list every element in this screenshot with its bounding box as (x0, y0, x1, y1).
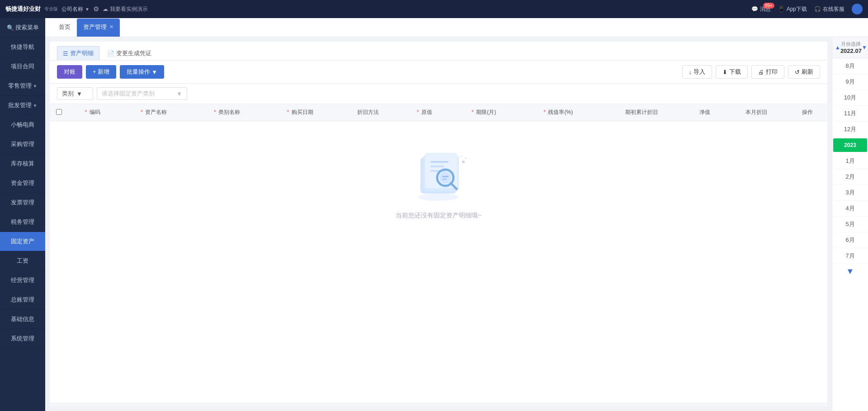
th-depreciation-method: 折旧方法 (337, 104, 400, 121)
svg-point-13 (465, 157, 467, 159)
user-avatar[interactable] (852, 4, 863, 14)
month-item-3-2023[interactable]: 3月 (832, 185, 868, 201)
import-button[interactable]: ↓ 导入 (682, 65, 712, 79)
sidebar-item-ecommerce[interactable]: 小畅电商 (0, 115, 45, 135)
th-monthly-depreciation-label: 本月折旧 (745, 109, 767, 115)
month-item-12[interactable]: 12月 (832, 122, 868, 137)
tab-home[interactable]: 首页 (52, 19, 77, 37)
sub-tab-asset-detail-label: 资产明细 (70, 49, 94, 57)
asset-table: * 编码 * 资产名称 * 类别名称 (50, 104, 827, 121)
month-panel-up-icon[interactable]: ▲ (835, 44, 840, 51)
chevron-down-icon: ▼ (176, 90, 182, 97)
month-item-9[interactable]: 9月 (832, 74, 868, 90)
sidebar-item-management[interactable]: 经营管理 (0, 271, 45, 290)
th-residual-rate: * 残值率(%) (519, 104, 598, 121)
th-accumulated-depreciation: 期初累计折旧 (598, 104, 685, 121)
online-service-button[interactable]: 🎧 在线客服 (814, 5, 844, 13)
sidebar-item-label: 税务管理 (11, 218, 34, 226)
tab-close-icon[interactable]: ✕ (109, 24, 113, 30)
category-label: 类别 (62, 90, 74, 98)
sidebar-item-inventory[interactable]: 库存核算 (0, 154, 45, 174)
th-residual-rate-label: 残值率(%) (548, 109, 573, 115)
sidebar-item-basic-info[interactable]: 基础信息 (0, 310, 45, 329)
chevron-down-circle-icon[interactable]: ▼ (846, 267, 854, 276)
table-wrapper[interactable]: * 编码 * 资产名称 * 类别名称 (50, 104, 827, 403)
toolbar: 对账 + 新增 批量操作 ▼ ↓ 导入 (50, 61, 827, 84)
sidebar-item-label: 资金管理 (11, 179, 34, 187)
reconcile-label: 对账 (64, 68, 75, 76)
sidebar-item-tax[interactable]: 税务管理 (0, 213, 45, 232)
sidebar-item-label: 批发管理 (8, 101, 32, 109)
sidebar-item-system[interactable]: 系统管理 (0, 329, 45, 349)
sidebar-item-quick-nav[interactable]: 快捷导航 (0, 38, 45, 57)
batch-operation-button[interactable]: 批量操作 ▼ (120, 65, 164, 79)
company-name: 公司名称 (61, 5, 83, 13)
company-selector[interactable]: 公司名称 ▼ (61, 5, 90, 13)
sidebar-item-finance[interactable]: 资金管理 (0, 174, 45, 193)
svg-rect-10 (442, 176, 448, 177)
select-all-checkbox[interactable] (56, 109, 62, 115)
svg-point-8 (439, 172, 451, 184)
refresh-icon: ↺ (795, 69, 800, 76)
category-value-filter[interactable]: 请选择固定资产类别 ▼ (97, 87, 187, 100)
month-panel-down-icon[interactable]: ▼ (862, 44, 867, 51)
th-operation-label: 操作 (802, 109, 813, 115)
category-placeholder: 请选择固定资产类别 (102, 90, 155, 98)
month-item-7-2023[interactable]: 7月 (832, 248, 868, 264)
month-item-2-2023[interactable]: 2月 (832, 169, 868, 185)
import-icon: ↓ (689, 69, 692, 76)
month-item-11[interactable]: 11月 (832, 106, 868, 122)
sidebar-item-search[interactable]: 🔍 搜索菜单 (0, 18, 45, 38)
sidebar-item-label: 总账管理 (11, 296, 34, 304)
toolbar-right: ↓ 导入 ⬇ 下载 🖨 打印 ↺ 刷新 (682, 65, 821, 79)
month-item-6-2023[interactable]: 6月 (832, 232, 868, 248)
chevron-down-icon: ▼ (151, 69, 157, 76)
app-brand: 畅捷通好业财 (5, 5, 41, 13)
batch-label: 批量操作 (127, 68, 150, 76)
bottom-scrollbar[interactable] (50, 403, 827, 406)
month-item-10[interactable]: 10月 (832, 90, 868, 106)
chevron-right-icon: ▼ (33, 84, 38, 89)
th-original-value-label: 原值 (421, 109, 432, 115)
month-item-year2023[interactable]: 2023 (833, 138, 867, 152)
month-panel-year: 2022.07 (840, 47, 862, 54)
sidebar-item-retail[interactable]: 零售管理 ▼ (0, 76, 45, 96)
sidebar-item-fixed-assets[interactable]: 固定资产 (0, 232, 45, 251)
add-label: + 新增 (93, 68, 109, 76)
month-item-8[interactable]: 8月 (832, 58, 868, 74)
month-item-5-2023[interactable]: 5月 (832, 217, 868, 232)
month-panel-header: ▲ 月份选择 2022.07 ▼ (832, 37, 868, 58)
sidebar-item-purchase[interactable]: 采购管理 (0, 135, 45, 154)
month-item-4-2023[interactable]: 4月 (832, 201, 868, 217)
svg-rect-4 (430, 161, 448, 163)
sidebar-item-ledger[interactable]: 总账管理 (0, 290, 45, 310)
refresh-button[interactable]: ↺ 刷新 (788, 65, 820, 79)
download-button[interactable]: ⬇ 下载 (716, 65, 748, 79)
sidebar-item-invoice[interactable]: 发票管理 (0, 193, 45, 213)
app-edition: 专业版 (44, 6, 58, 12)
add-button[interactable]: + 新增 (86, 65, 116, 79)
demo-button[interactable]: ☁ 我要看实例演示 (103, 5, 148, 13)
settings-icon[interactable]: ⚙ (93, 5, 99, 13)
tab-asset-mgmt[interactable]: 资产管理 ✕ (77, 19, 120, 37)
th-category-label: 类别名称 (218, 109, 240, 115)
message-button[interactable]: 💬 消息 99+ (751, 5, 771, 13)
chevron-down-icon: ▼ (76, 90, 82, 97)
sidebar-item-label: 小畅电商 (11, 121, 34, 129)
print-button[interactable]: 🖨 打印 (751, 65, 784, 79)
message-badge: 99+ (763, 3, 774, 9)
app-download-button[interactable]: 📱 App下载 (778, 5, 807, 13)
sidebar-item-label: 采购管理 (11, 140, 34, 148)
category-filter[interactable]: 类别 ▼ (57, 87, 93, 100)
sidebar-item-project[interactable]: 项目合同 (0, 57, 45, 76)
reconcile-button[interactable]: 对账 (57, 65, 82, 79)
chevron-down-icon: ▼ (85, 7, 90, 12)
sidebar-item-wholesale[interactable]: 批发管理 ▼ (0, 96, 45, 115)
month-item-1-2023[interactable]: 1月 (832, 153, 868, 169)
sidebar-item-salary[interactable]: 工资 (0, 251, 45, 271)
sidebar-item-label: 搜索菜单 (15, 24, 39, 32)
sub-tab-change-voucher[interactable]: 📄 变更生成凭证 (101, 46, 157, 60)
sub-tab-asset-detail[interactable]: ☰ 资产明细 (57, 46, 99, 60)
top-bar-left: 畅捷通好业财 专业版 公司名称 ▼ ⚙ ☁ 我要看实例演示 (5, 5, 148, 13)
th-purchase-date-label: 购买日期 (292, 109, 313, 115)
